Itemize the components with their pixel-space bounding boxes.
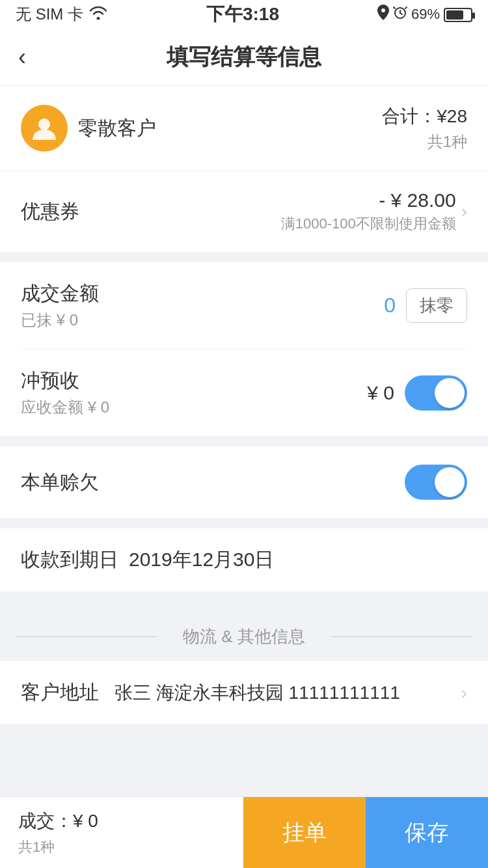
status-time: 下午3:18: [206, 2, 279, 27]
alarm-icon: [393, 5, 407, 23]
coupon-right: - ¥ 28.00 满1000-100不限制使用金额 ›: [281, 189, 467, 234]
location-icon: [377, 5, 389, 24]
transaction-label-col: 成交金额 已抹 ¥ 0: [21, 280, 99, 331]
save-button[interactable]: 保存: [366, 797, 488, 869]
total-amount: 合计：¥28: [382, 104, 467, 129]
divider: [0, 602, 488, 612]
customer-name: 零散客户: [78, 115, 156, 142]
status-right: 69%: [377, 5, 472, 24]
status-left: 无 SIM 卡: [16, 4, 108, 25]
total-count: 共1种: [382, 131, 467, 152]
customer-right: 合计：¥28 共1种: [382, 104, 467, 152]
due-date-value: 2019年12月30日: [129, 547, 274, 573]
customer-row: 零散客户 合计：¥28 共1种: [0, 86, 488, 170]
transaction-right: 0 抹零: [357, 288, 467, 323]
bottom-deal-label: 成交：: [18, 811, 73, 831]
bottom-deal-amount: 成交：¥ 0: [18, 809, 225, 834]
battery-percentage: 69%: [411, 6, 440, 23]
prepayment-amount-col: ¥ 0: [367, 382, 394, 404]
due-date-section: 收款到期日 2019年12月30日: [0, 528, 488, 591]
prepayment-right: ¥ 0: [367, 375, 467, 411]
back-button[interactable]: ‹: [18, 44, 26, 71]
prepayment-toggle[interactable]: [405, 375, 467, 411]
coupon-info: - ¥ 28.00 满1000-100不限制使用金额: [281, 189, 456, 234]
coupon-discount: - ¥ 28.00: [281, 189, 456, 211]
prepayment-row: 冲预收 应收金额 ¥ 0 ¥ 0: [21, 349, 467, 436]
prepayment-label-col: 冲预收 应收金额 ¥ 0: [21, 368, 109, 418]
coupon-desc: 满1000-100不限制使用金额: [281, 214, 456, 234]
prepayment-main-val: ¥ 0: [367, 382, 394, 404]
customer-section: 零散客户 合计：¥28 共1种 优惠券 - ¥ 28.00 满1000-100不…: [0, 86, 488, 252]
wifi-icon: [88, 5, 108, 23]
credit-section: 本单赊欠: [0, 446, 488, 518]
transaction-value[interactable]: 0: [357, 293, 396, 318]
hold-button[interactable]: 挂单: [243, 797, 366, 869]
page-title: 填写结算等信息: [167, 42, 321, 72]
customer-left: 零散客户: [21, 105, 156, 152]
bottom-summary: 成交：¥ 0 共1种: [0, 809, 243, 857]
round-zero-button[interactable]: 抹零: [406, 288, 467, 323]
avatar: [21, 105, 68, 152]
toggle-knob: [435, 378, 465, 408]
address-chevron-icon: ›: [461, 683, 467, 703]
prepayment-sub: 应收金额 ¥ 0: [21, 397, 109, 418]
address-row[interactable]: 客户地址 张三 海淀永丰科技园 11111111111 ›: [0, 661, 488, 724]
logistics-title: 物流 & 其他信息: [183, 625, 305, 648]
credit-debt-toggle[interactable]: [405, 465, 467, 500]
transaction-section: 成交金额 已抹 ¥ 0 0 抹零 冲预收 应收金额 ¥ 0 ¥ 0: [0, 262, 488, 436]
credit-debt-row: 本单赊欠: [21, 446, 467, 518]
credit-debt-label: 本单赊欠: [21, 469, 99, 496]
logistics-line-left: [16, 636, 157, 637]
transaction-amount-row: 成交金额 已抹 ¥ 0 0 抹零: [21, 262, 467, 349]
bottom-deal-value: ¥ 0: [73, 811, 98, 831]
credit-toggle-knob: [435, 467, 465, 497]
address-value: 张三 海淀永丰科技园 11111111111: [115, 681, 461, 705]
address-section: 客户地址 张三 海淀永丰科技园 11111111111 ›: [0, 661, 488, 724]
status-bar: 无 SIM 卡 下午3:18 69%: [0, 0, 488, 29]
coupon-row[interactable]: 优惠券 - ¥ 28.00 满1000-100不限制使用金额 ›: [0, 170, 488, 252]
chevron-right-icon: ›: [461, 201, 467, 222]
nav-bar: ‹ 填写结算等信息: [0, 29, 488, 86]
logistics-header: 物流 & 其他信息: [0, 612, 488, 661]
bottom-count: 共1种: [18, 837, 225, 857]
coupon-label: 优惠券: [21, 198, 79, 225]
due-date-label: 收款到期日: [21, 547, 118, 573]
bottom-bar: 成交：¥ 0 共1种 挂单 保存: [0, 796, 488, 868]
carrier-text: 无 SIM 卡: [16, 4, 83, 25]
logistics-line-right: [331, 636, 472, 637]
main-content: 零散客户 合计：¥28 共1种 优惠券 - ¥ 28.00 满1000-100不…: [0, 86, 488, 806]
transaction-label: 成交金额: [21, 280, 99, 307]
svg-point-1: [38, 118, 50, 130]
transaction-sub: 已抹 ¥ 0: [21, 310, 99, 331]
due-date-row: 收款到期日 2019年12月30日: [0, 528, 488, 591]
battery-icon: [444, 6, 472, 23]
prepayment-label: 冲预收: [21, 368, 109, 394]
address-label: 客户地址: [21, 679, 99, 706]
